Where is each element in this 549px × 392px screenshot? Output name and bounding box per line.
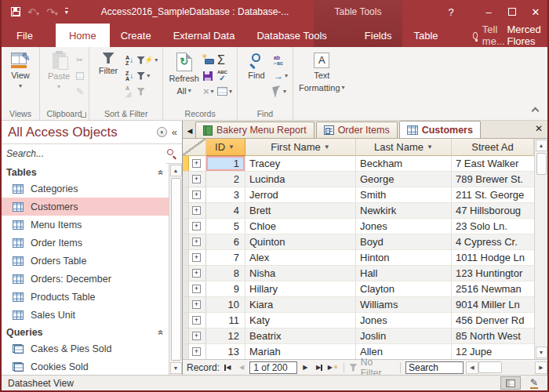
cell-last-name[interactable]: Newkirk [356, 203, 452, 219]
record-search-input[interactable] [405, 361, 464, 374]
expand-row-icon[interactable]: + [192, 300, 201, 309]
v-scroll-up-icon[interactable]: ▲ [536, 140, 547, 151]
column-header-id[interactable]: ID▼ [206, 139, 245, 156]
expand-row-icon[interactable]: + [192, 222, 201, 230]
cell-first-name[interactable]: Brett [245, 203, 356, 219]
cell-first-name[interactable]: Nisha [245, 266, 356, 281]
record-selector[interactable]: + [183, 203, 206, 219]
column-header-street-ad[interactable]: Street Ad [452, 139, 534, 156]
record-selector[interactable]: + [183, 219, 206, 234]
replace-button[interactable]: ab⌐ac [274, 54, 288, 66]
cell-last-name[interactable]: Hall [356, 266, 452, 281]
cell-id[interactable]: 13 [206, 344, 245, 360]
column-header-first-name[interactable]: First Name▼ [245, 139, 356, 156]
cell-first-name[interactable]: Quinton [245, 234, 356, 250]
sidebar-item-order-items[interactable]: Order Items [2, 234, 169, 252]
account-name[interactable]: Merced Flores [507, 24, 540, 47]
cell-id[interactable]: 3 [206, 187, 245, 203]
nav-scroll-down-icon[interactable]: ▼ [170, 362, 182, 374]
minimize-button[interactable]: – [477, 0, 500, 24]
datasheet-vertical-scrollbar[interactable]: ▲ ▼ [534, 139, 547, 359]
cell-first-name[interactable]: Jerrod [245, 187, 356, 203]
cell-id[interactable]: 10 [206, 297, 245, 313]
tab-create[interactable]: Create [110, 24, 162, 47]
cell-last-name[interactable]: Smith [356, 187, 452, 203]
collapse-ribbon-icon[interactable] [532, 107, 540, 115]
text-formatting-button[interactable]: A Text Formatting▾ [296, 51, 347, 94]
cell-last-name[interactable]: Clayton [356, 281, 452, 297]
cell-last-name[interactable]: Jones [356, 313, 452, 328]
cell-first-name[interactable]: Chloe [245, 219, 356, 234]
expand-row-icon[interactable]: + [192, 316, 201, 325]
record-position-box[interactable]: 1 of 200 [249, 361, 297, 374]
record-selector[interactable]: + [183, 266, 206, 281]
selection-button[interactable]: ⚡▾ [136, 54, 158, 66]
close-button[interactable]: ✕ [524, 0, 547, 24]
cell-id[interactable]: 1 [206, 156, 245, 172]
cut-button[interactable]: ✂ [76, 54, 84, 66]
h-scroll-right-icon[interactable]: ▶ [535, 361, 547, 374]
copy-button[interactable] [76, 70, 84, 82]
view-button[interactable]: ✎ View ▾ [5, 51, 36, 91]
tell-me-box[interactable]: Tell me... [473, 24, 507, 47]
cell-street-ad[interactable]: 12 Jupe [452, 344, 534, 360]
sort-descending-button[interactable]: ZA↓ [125, 70, 133, 82]
cell-street-ad[interactable]: 2516 Newman [452, 281, 534, 297]
doc-tab-customers[interactable]: Customers [399, 121, 481, 138]
doc-tab-order-items[interactable]: Order Items [316, 122, 398, 138]
nav-scroll-thumb[interactable] [171, 178, 181, 361]
cell-id[interactable]: 6 [206, 234, 245, 250]
cell-street-ad[interactable]: 456 Denver Rd [452, 313, 534, 328]
expand-row-icon[interactable]: + [192, 191, 201, 199]
last-record-button[interactable]: ▶ [314, 361, 325, 373]
shutter-close-icon[interactable]: « [172, 127, 177, 137]
record-selector[interactable]: + [183, 328, 206, 344]
expand-row-icon[interactable]: + [192, 269, 201, 278]
cell-first-name[interactable]: Tracey [245, 156, 356, 172]
record-selector[interactable]: + [183, 297, 206, 313]
nav-search-input[interactable] [2, 144, 166, 164]
sidebar-item-cookies-sold[interactable]: Cookies Sold [2, 358, 169, 375]
cell-street-ad[interactable]: 1011 Hodge Ln [452, 250, 534, 266]
design-view-button[interactable]: ✎ [524, 376, 544, 390]
nav-pane-menu-icon[interactable]: ▾ [157, 127, 167, 137]
new-record-button[interactable]: ✳ [203, 54, 214, 66]
refresh-all-button[interactable]: ↻ Refresh All▾ [166, 51, 202, 97]
spelling-button[interactable]: ABC✓ [217, 70, 232, 82]
cell-last-name[interactable]: Boyd [356, 234, 452, 250]
sidebar-item-orders-december[interactable]: Orders: December [2, 270, 169, 288]
cell-last-name[interactable]: George [356, 172, 452, 187]
previous-record-button[interactable]: ◀ [236, 361, 248, 373]
customize-qat-icon[interactable]: ▾ [65, 8, 68, 16]
expand-row-icon[interactable]: + [192, 332, 201, 340]
sidebar-item-products-table[interactable]: Products Table [2, 288, 169, 306]
tab-external-data[interactable]: External Data [162, 24, 246, 47]
record-selector[interactable]: + [183, 250, 206, 266]
tab-table[interactable]: Table [403, 24, 449, 47]
cell-id[interactable]: 2 [206, 172, 245, 187]
delete-record-button[interactable]: ×▾ [203, 85, 214, 97]
record-selector[interactable]: + [183, 172, 206, 187]
expand-row-icon[interactable]: + [192, 285, 201, 293]
cell-id[interactable]: 11 [206, 313, 245, 328]
column-dropdown-icon[interactable]: ▼ [427, 143, 433, 151]
cell-street-ad[interactable]: 85 North West [452, 328, 534, 344]
find-button[interactable]: Find [241, 51, 272, 82]
cell-first-name[interactable]: Mariah [245, 344, 356, 360]
cell-street-ad[interactable]: 47 Hillsboroug [452, 203, 534, 219]
column-header-last-name[interactable]: Last Name▼ [356, 139, 452, 156]
tab-fields[interactable]: Fields [354, 24, 403, 47]
undo-icon[interactable]: ↶▾ [27, 7, 39, 17]
cell-id[interactable]: 7 [206, 250, 245, 266]
cell-street-ad[interactable]: 23 Solo Ln. [452, 219, 534, 234]
format-painter-button[interactable]: ✎ [76, 85, 84, 97]
record-selector[interactable]: + [183, 344, 206, 360]
sidebar-item-customers[interactable]: Customers [2, 198, 169, 216]
sort-ascending-button[interactable]: AZ↓ [125, 54, 133, 66]
select-button[interactable]: ▾ [274, 85, 288, 97]
cell-id[interactable]: 5 [206, 219, 245, 234]
record-selector[interactable]: + [183, 281, 206, 297]
expand-row-icon[interactable]: + [192, 159, 201, 168]
cell-street-ad[interactable]: 789 Brewer St. [452, 172, 534, 187]
advanced-filter-button[interactable]: ▾ [136, 70, 158, 82]
